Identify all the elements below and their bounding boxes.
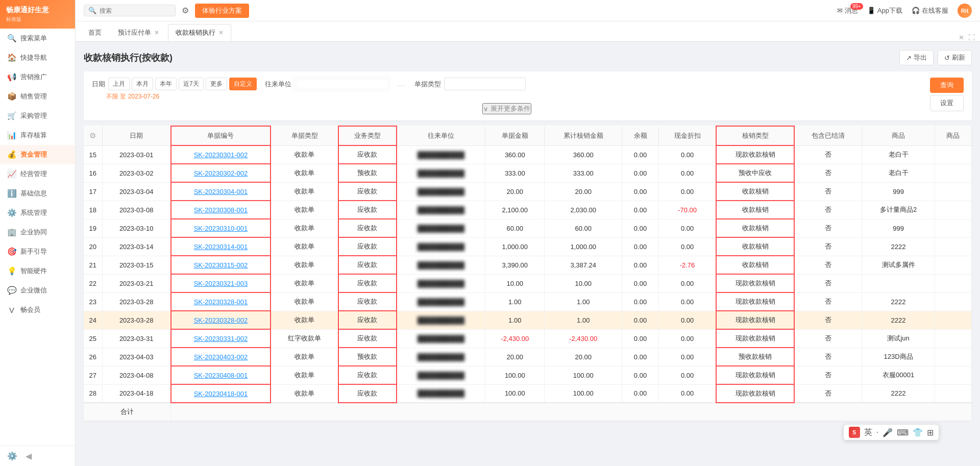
bill-no-link[interactable]: SK-20230408-001 bbox=[194, 372, 248, 379]
query-button[interactable]: 查询 bbox=[930, 78, 964, 93]
td-bill-amount: 3,390.00 bbox=[485, 256, 545, 274]
sidebar-item-system[interactable]: ⚙️ 系统管理 bbox=[0, 203, 75, 223]
td-bill-amount: 333.00 bbox=[485, 164, 545, 182]
tab-writeoff-exec[interactable]: 收款核销执行 ✕ bbox=[168, 24, 231, 41]
sidebar-item-basic-info[interactable]: ℹ️ 基础信息 bbox=[0, 184, 75, 203]
td-product: 老白干 bbox=[862, 164, 935, 182]
td-biz-type: 应收款 bbox=[338, 256, 396, 274]
sidebar-bottom: ⚙️ ◀ bbox=[0, 446, 75, 466]
th-settings[interactable]: ⚙ bbox=[84, 126, 102, 145]
bill-no-link[interactable]: SK-20230304-001 bbox=[194, 188, 248, 195]
td-bill-amount: 100.00 bbox=[485, 366, 545, 384]
topbar-gear-icon[interactable]: ⚙ bbox=[182, 6, 189, 15]
td-counterpart: ██████████ bbox=[397, 164, 485, 182]
bill-no-link[interactable]: SK-20230328-002 bbox=[194, 316, 248, 324]
avatar[interactable]: Rit bbox=[958, 4, 972, 18]
sidebar-item-operation[interactable]: 📈 经营管理 bbox=[0, 164, 75, 184]
bill-no-link[interactable]: SK-20230301-002 bbox=[194, 151, 248, 159]
doc-type-select[interactable] bbox=[444, 78, 526, 90]
sidebar-item-sales[interactable]: 📦 销售管理 bbox=[0, 87, 75, 106]
smart-hw-icon: 💡 bbox=[7, 266, 16, 276]
mic-icon[interactable]: 🎤 bbox=[883, 428, 893, 437]
date-btn-last-month[interactable]: 上月 bbox=[108, 78, 130, 90]
td-counterpart: ██████████ bbox=[397, 348, 485, 366]
bill-no-link[interactable]: SK-20230308-001 bbox=[194, 206, 248, 214]
sidebar-item-quicknav[interactable]: 🏠 快捷导航 bbox=[0, 48, 75, 67]
sidebar-item-search[interactable]: 🔍 搜索菜单 bbox=[0, 29, 75, 48]
sidebar-item-marketing[interactable]: 📢 营销推广 bbox=[0, 67, 75, 87]
messages-wrap[interactable]: ✉ 消息 99+ bbox=[837, 6, 858, 15]
app-download-item[interactable]: 📱 App下载 bbox=[867, 6, 902, 15]
bill-no-link[interactable]: SK-20230328-001 bbox=[194, 298, 248, 306]
topbar-solution-btn[interactable]: 体验行业方案 bbox=[195, 4, 249, 18]
gear-column-icon[interactable]: ⚙ bbox=[89, 131, 96, 140]
td-balance: 0.00 bbox=[622, 164, 659, 182]
date-btn-7days[interactable]: 近7天 bbox=[179, 78, 204, 90]
settings-icon[interactable]: ⚙️ bbox=[7, 451, 17, 461]
tab-writeoff-label: 收款核销执行 bbox=[176, 28, 215, 37]
filter-date-item: 日期 上月 本月 本年 近7天 更多 自定义 bbox=[92, 78, 257, 90]
td-bill-type: 红字收款单 bbox=[271, 329, 338, 348]
export-button[interactable]: ↗ 导出 bbox=[899, 50, 934, 65]
close-all-tabs-icon[interactable]: ✕ bbox=[959, 34, 964, 41]
td-total-writeoff: 2,030.00 bbox=[545, 201, 622, 219]
bill-no-link[interactable]: SK-20230310-001 bbox=[194, 225, 248, 232]
tab-home[interactable]: 首页 bbox=[81, 24, 109, 41]
ime-icon-1[interactable]: 英 bbox=[864, 427, 872, 438]
counterpart-input[interactable] bbox=[295, 78, 389, 90]
bill-no-link[interactable]: SK-20230418-001 bbox=[194, 390, 248, 398]
table-scroll[interactable]: ⚙ 日期 单据编号 单据类型 业务类型 往来单位 单据金额 累计核销金额 余额 … bbox=[84, 126, 972, 421]
online-service-item[interactable]: 🎧 在线客服 bbox=[912, 6, 948, 15]
expand-more-btn[interactable]: ∨ 展开更多条件 bbox=[482, 103, 531, 114]
sidebar: 畅康通好生意 标推版 🔍 搜索菜单 🏠 快捷导航 📢 营销推广 📦 销售管理 🛒… bbox=[0, 0, 76, 466]
td-bill-no: SK-20230331-002 bbox=[171, 329, 271, 348]
filter-dots[interactable]: ... bbox=[398, 80, 406, 88]
td-bill-type: 收款单 bbox=[271, 219, 338, 237]
td-cash-discount: 0.00 bbox=[659, 366, 717, 384]
date-btn-this-year[interactable]: 本年 bbox=[155, 78, 177, 90]
collapse-icon[interactable]: ◀ bbox=[26, 451, 32, 461]
bill-no-link[interactable]: SK-20230314-001 bbox=[194, 243, 248, 251]
bill-no-link[interactable]: SK-20230315-002 bbox=[194, 261, 248, 269]
page-title: 收款核销执行(按收款) bbox=[84, 52, 173, 64]
date-btn-more[interactable]: 更多 bbox=[206, 78, 227, 90]
bill-no-link[interactable]: SK-20230321-003 bbox=[194, 280, 248, 287]
th-biz-type: 业务类型 bbox=[338, 126, 396, 145]
td-date: 2023-03-08 bbox=[102, 201, 171, 219]
td-bill-no: SK-20230321-003 bbox=[171, 274, 271, 292]
ime-icon-2[interactable]: · bbox=[876, 428, 878, 437]
sidebar-item-beginner[interactable]: 🎯 新手引导 bbox=[0, 242, 75, 261]
tab-close-writeoff[interactable]: ✕ bbox=[218, 29, 224, 36]
refresh-button[interactable]: ↺ 刷新 bbox=[938, 50, 972, 65]
shirt-icon[interactable]: 👕 bbox=[913, 428, 923, 437]
date-btn-custom[interactable]: 自定义 bbox=[229, 78, 257, 90]
sidebar-item-member[interactable]: V 畅会员 bbox=[0, 300, 75, 320]
td-biz-type: 预收款 bbox=[338, 164, 396, 182]
bill-no-link[interactable]: SK-20230403-002 bbox=[194, 353, 248, 361]
topbar-search-input[interactable] bbox=[100, 7, 171, 14]
td-bill-type: 收款单 bbox=[271, 237, 338, 256]
tab-close-pre-receivable[interactable]: ✕ bbox=[154, 29, 159, 36]
grid-icon[interactable]: ⊞ bbox=[927, 428, 934, 437]
bill-no-link[interactable]: SK-20230302-002 bbox=[194, 169, 248, 177]
tab-pre-receivable[interactable]: 预计应付单 ✕ bbox=[110, 24, 167, 41]
td-bill-no: SK-20230418-001 bbox=[171, 384, 271, 403]
td-cash-discount: 0.00 bbox=[659, 292, 717, 311]
sidebar-item-finance[interactable]: 💰 资金管理 bbox=[0, 145, 75, 164]
th-total-writeoff: 累计核销金额 bbox=[545, 126, 622, 145]
td-writeoff-type: 收款核销 bbox=[716, 182, 794, 201]
keyboard-icon[interactable]: ⌨ bbox=[897, 428, 909, 437]
sidebar-item-enterprise-wx[interactable]: 💬 企业微信 bbox=[0, 281, 75, 300]
sidebar-item-inventory[interactable]: 📊 库存核算 bbox=[0, 126, 75, 145]
date-btn-this-month[interactable]: 本月 bbox=[132, 78, 153, 90]
th-include-settled: 包含已结清 bbox=[794, 126, 862, 145]
td-bill-amount: 360.00 bbox=[485, 145, 545, 164]
bill-no-link[interactable]: SK-20230331-002 bbox=[194, 335, 248, 342]
td-cash-discount: 0.00 bbox=[659, 219, 717, 237]
sidebar-item-smart-hw[interactable]: 💡 智能硬件 bbox=[0, 261, 75, 281]
fullscreen-icon[interactable]: ⛶ bbox=[968, 34, 975, 41]
sidebar-item-enterprise[interactable]: 🏢 企业协同 bbox=[0, 223, 75, 242]
setting-button[interactable]: 设置 bbox=[930, 95, 964, 111]
td-bill-no: SK-20230328-001 bbox=[171, 292, 271, 311]
sidebar-item-purchase[interactable]: 🛒 采购管理 bbox=[0, 106, 75, 126]
